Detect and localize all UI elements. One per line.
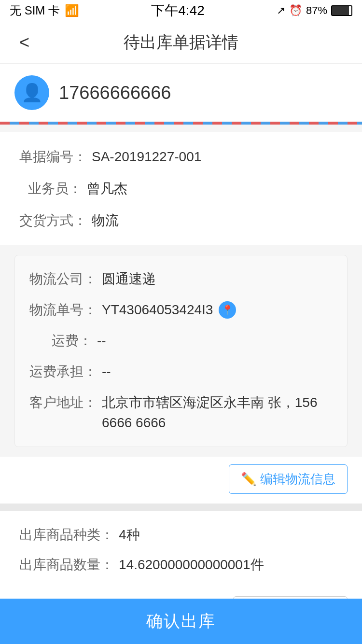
logistics-tracking-label: 物流单号： (29, 300, 102, 320)
wifi-icon: 📶 (65, 4, 79, 17)
battery-icon (331, 5, 352, 16)
goods-type-value: 4种 (119, 526, 140, 544)
logistics-tracking-row: 物流单号： YT43064053424I3 📍 (29, 300, 333, 320)
order-no-row: 单据编号： SA-20191227-001 (19, 147, 343, 167)
back-button[interactable]: < (14, 28, 34, 57)
user-header: 👤 17666666666 (0, 64, 362, 122)
location-icon: ↗ (277, 4, 285, 17)
order-no-value: SA-20191227-001 (92, 147, 343, 167)
freight-row: 运费： -- (29, 331, 333, 351)
freight-value: -- (97, 331, 333, 351)
battery-label: 87% (306, 4, 327, 17)
logistics-company-row: 物流公司： 圆通速递 (29, 269, 333, 289)
status-left: 无 SIM 卡 📶 (10, 3, 79, 18)
status-bar: 无 SIM 卡 📶 下午4:42 ↗ ⏰ 87% (0, 0, 362, 21)
goods-quantity-row: 出库商品数量： 14.620000000000001件 (19, 556, 343, 574)
avatar: 👤 (14, 75, 49, 110)
logistics-company-label: 物流公司： (29, 269, 102, 289)
user-phone: 17666666666 (59, 83, 171, 103)
sales-person-row: 业务员： 曾凡杰 (19, 179, 343, 199)
basic-info-section: 单据编号： SA-20191227-001 业务员： 曾凡杰 交货方式： 物流 (0, 132, 362, 245)
logistics-card: 物流公司： 圆通速递 物流单号： YT43064053424I3 📍 运费： -… (14, 255, 348, 447)
carrier-label: 无 SIM 卡 (10, 3, 60, 18)
page-title: 待出库单据详情 (124, 31, 238, 54)
goods-quantity-label: 出库商品数量： (19, 556, 119, 574)
goods-quantity-value: 14.620000000000001件 (119, 556, 264, 574)
freight-bearer-label: 运费承担： (29, 362, 102, 382)
address-value: 北京市市辖区海淀区永丰南 张，156 6666 6666 (102, 392, 333, 433)
edit-button-row: ✏️ 编辑物流信息 (0, 457, 362, 504)
delivery-label: 交货方式： (19, 210, 92, 231)
logistics-company-value: 圆通速递 (102, 269, 333, 289)
sales-person-label: 业务员： (19, 179, 87, 199)
map-pin-icon[interactable]: 📍 (219, 301, 236, 319)
status-right: ↗ ⏰ 87% (277, 4, 352, 17)
nav-bar: < 待出库单据详情 (0, 21, 362, 64)
order-no-label: 单据编号： (19, 147, 92, 167)
address-label: 客户地址： (29, 392, 102, 413)
freight-label: 运费： (29, 331, 97, 351)
edit-button-label: 编辑物流信息 (260, 471, 335, 488)
status-time: 下午4:42 (151, 1, 205, 20)
delivery-row: 交货方式： 物流 (19, 210, 343, 231)
goods-type-row: 出库商品种类： 4种 (19, 526, 343, 544)
alarm-icon: ⏰ (289, 4, 302, 17)
sales-person-value: 曾凡杰 (87, 179, 343, 199)
avatar-icon: 👤 (21, 83, 43, 103)
confirm-button[interactable]: 确认出库 (146, 610, 216, 632)
tracking-number: YT43064053424I3 (102, 300, 213, 320)
freight-bearer-value: -- (102, 362, 333, 382)
goods-section: 出库商品种类： 4种 出库商品数量： 14.620000000000001件 (0, 511, 362, 588)
goods-type-label: 出库商品种类： (19, 526, 119, 544)
edit-logistics-button[interactable]: ✏️ 编辑物流信息 (229, 464, 348, 494)
edit-icon: ✏️ (241, 472, 256, 487)
address-row: 客户地址： 北京市市辖区海淀区永丰南 张，156 6666 6666 (29, 392, 333, 433)
confirm-button-container: 确认出库 (0, 599, 362, 644)
section-divider (0, 504, 362, 511)
dashed-divider (0, 122, 362, 125)
freight-bearer-row: 运费承担： -- (29, 362, 333, 382)
logistics-tracking-value: YT43064053424I3 📍 (102, 300, 333, 320)
delivery-value: 物流 (92, 210, 343, 231)
